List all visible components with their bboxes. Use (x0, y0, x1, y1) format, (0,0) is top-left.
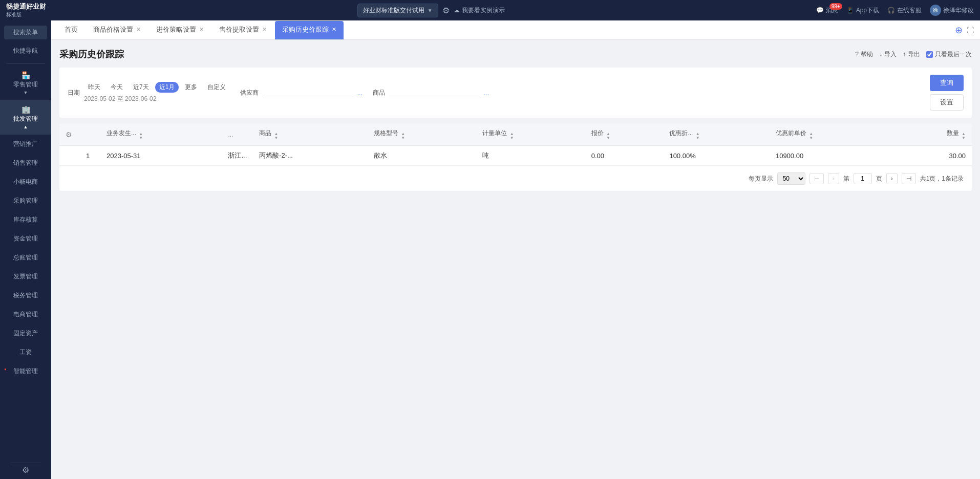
th-unit[interactable]: 计量单位 ▲▼ (476, 124, 585, 146)
first-page-btn[interactable]: ⊢ (809, 173, 824, 184)
th-product[interactable]: 商品 ▲▼ (253, 124, 368, 146)
sidebar-item-payroll[interactable]: 工资 (0, 343, 51, 362)
table-header: ⚙ 业务发生... ▲▼ ... 商品 (59, 124, 972, 146)
th-spec[interactable]: 规格型号 ▲▼ (368, 124, 476, 146)
last-page-btn[interactable]: ⊣ (902, 173, 916, 184)
prev-page-btn[interactable]: ‹ (828, 173, 839, 184)
query-button[interactable]: 查询 (930, 75, 964, 91)
sidebar-item-wholesale[interactable]: 🏢 批发管理 ▲ (0, 100, 51, 135)
sidebar-item-label: 发票管理 (13, 272, 38, 281)
sidebar-item-sales[interactable]: 销售管理 (0, 154, 51, 172)
sidebar-item-retail[interactable]: 🏪 零售管理 ▼ (0, 66, 51, 100)
quick-nav-button[interactable]: 快捷导航 (4, 45, 47, 57)
date-range-display: 2023-05-02 至 2023-06-02 (84, 95, 230, 103)
sidebar-gear-icon[interactable]: ⚙ (22, 466, 29, 474)
sidebar-item-marketing[interactable]: 营销推广 (0, 135, 51, 154)
chevron-down-icon: ▼ (428, 8, 433, 13)
close-icon[interactable]: ✕ (136, 26, 141, 33)
only-last-checkbox-label[interactable]: 只看最后一次 (926, 50, 972, 59)
only-last-checkbox[interactable] (926, 51, 933, 58)
search-menu-button[interactable]: 搜索菜单 (4, 26, 47, 39)
th-quantity[interactable]: 数量 ▲▼ (893, 124, 972, 146)
message-badge: 99+ (829, 3, 842, 10)
tab-price-extract[interactable]: 售价提取设置 ✕ (212, 21, 274, 39)
th-biz-date[interactable]: 业务发生... ▲▼ (100, 124, 222, 146)
help-button[interactable]: ? 帮助 (855, 50, 873, 59)
per-page-select[interactable]: 20 50 100 200 (777, 172, 805, 185)
sidebar-item-label: 智能管理 (13, 367, 38, 376)
sidebar-item-label: 固定资产 (13, 329, 38, 338)
import-button[interactable]: ↓ 导入 (879, 50, 897, 59)
main-layout: 搜索菜单 快捷导航 🏪 零售管理 ▼ 🏢 批发管理 ▲ 营销推广 销售管理 小畅… (0, 20, 980, 479)
export-button[interactable]: ↑ 导出 (903, 50, 920, 59)
tab-label: 采购历史价跟踪 (282, 25, 329, 34)
date-btn-more[interactable]: 更多 (181, 82, 201, 93)
message-btn[interactable]: 💬 消息 99+ (816, 6, 838, 15)
td-quantity: 30.00 (893, 146, 972, 166)
topbar-settings-icon[interactable]: ⚙ (442, 6, 450, 15)
page-actions: ? 帮助 ↓ 导入 ↑ 导出 只看最后一次 (855, 50, 972, 59)
date-btn-1month[interactable]: 近1月 (155, 82, 179, 93)
sidebar-item-fixed-assets[interactable]: 固定资产 (0, 324, 51, 343)
th-pre-discount[interactable]: 优惠前单价 ▲▼ (770, 124, 893, 146)
sidebar-item-ecommerce-small[interactable]: 小畅电商 (0, 172, 51, 191)
message-icon: 💬 (816, 7, 824, 14)
filter-settings-button[interactable]: 设置 (930, 94, 964, 111)
date-btn-7days[interactable]: 近7天 (129, 82, 153, 93)
th-quote[interactable]: 报价 ▲▼ (585, 124, 664, 146)
tab-label: 售价提取设置 (219, 25, 259, 34)
gear-icon[interactable]: ⚙ (66, 130, 72, 139)
sidebar-item-ecommerce[interactable]: 电商管理 (0, 305, 51, 324)
date-btn-yesterday[interactable]: 昨天 (84, 82, 104, 93)
td-spec: 散水 (368, 146, 476, 166)
app-download-btn[interactable]: 📱 App下载 (846, 6, 879, 15)
tab-purchase-strategy[interactable]: 进价策略设置 ✕ (149, 21, 211, 39)
sort-icon: ▲▼ (962, 132, 966, 140)
tab-purchase-history[interactable]: 采购历史价跟踪 ✕ (275, 21, 344, 39)
chevron-right-icon: ▼ (24, 90, 28, 95)
sidebar-item-label: 销售管理 (13, 159, 38, 167)
th-index (80, 124, 100, 146)
download-icon: 📱 (846, 7, 854, 14)
data-table: ⚙ 业务发生... ▲▼ ... 商品 (59, 124, 972, 166)
online-service-btn[interactable]: 🎧 在线客服 (887, 6, 922, 15)
fullscreen-icon[interactable]: ⛶ (967, 26, 974, 34)
tab-product-price[interactable]: 商品价格设置 ✕ (86, 21, 148, 39)
close-icon[interactable]: ✕ (332, 26, 336, 33)
import-icon: ↓ (879, 51, 882, 58)
version-selector[interactable]: 好业财标准版交付试用 ▼ (357, 4, 438, 17)
sidebar-item-tax[interactable]: 税务管理 (0, 286, 51, 305)
sidebar-bottom: ⚙ (0, 456, 51, 479)
product-more-btn[interactable]: ... (483, 89, 489, 97)
supplier-more-btn[interactable]: ... (357, 89, 363, 97)
sort-icon: ▲▼ (696, 132, 700, 140)
close-icon[interactable]: ✕ (199, 26, 204, 33)
demo-link[interactable]: ☁ 我要看实例演示 (454, 6, 505, 15)
sidebar-item-purchase[interactable]: 采购管理 (0, 191, 51, 210)
close-icon[interactable]: ✕ (262, 26, 267, 33)
product-input[interactable] (389, 88, 481, 98)
expand-icon[interactable]: ⊕ (955, 25, 963, 36)
sidebar-item-label: 税务管理 (13, 291, 38, 300)
user-menu[interactable]: 徐 徐泽华修改 (930, 5, 974, 16)
more-icon[interactable]: ... (228, 131, 233, 138)
th-discount[interactable]: 优惠折... ▲▼ (663, 124, 770, 146)
sidebar-item-label: 批发管理 (13, 115, 38, 123)
wholesale-icon: 🏢 (22, 105, 30, 114)
version-label: 好业财标准版交付试用 (363, 6, 424, 15)
date-btn-today[interactable]: 今天 (106, 82, 127, 93)
supplier-input[interactable] (263, 88, 355, 98)
sidebar-item-general-ledger[interactable]: 总账管理 (0, 248, 51, 267)
filter-area: 日期 昨天 今天 近7天 近1月 更多 自定义 2023-05-02 至 202… (59, 68, 972, 118)
date-btn-custom[interactable]: 自定义 (203, 82, 230, 93)
next-page-btn[interactable]: › (886, 173, 898, 184)
topbar-right: 💬 消息 99+ 📱 App下载 🎧 在线客服 徐 徐泽华修改 (816, 5, 974, 16)
page-input[interactable]: 1 (854, 173, 872, 184)
sidebar-item-finance[interactable]: 资金管理 (0, 229, 51, 248)
pagination-bar: 每页显示 20 50 100 200 ⊢ ‹ 第 1 页 › ⊣ 共1页，1条记… (59, 166, 972, 191)
sidebar-item-smart[interactable]: 智能管理 (0, 362, 51, 381)
sidebar-item-inventory[interactable]: 库存核算 (0, 210, 51, 229)
date-label: 日期 (68, 89, 80, 97)
tab-home[interactable]: 首页 (57, 21, 85, 39)
sidebar-item-invoice[interactable]: 发票管理 (0, 267, 51, 286)
